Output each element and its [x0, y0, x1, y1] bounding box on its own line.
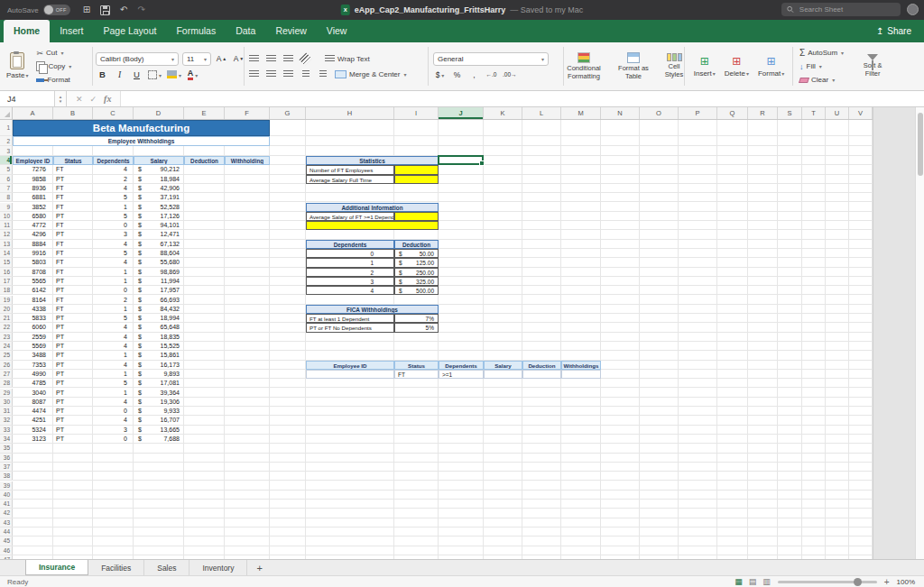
statistics-value-1[interactable] [394, 165, 439, 174]
additional-info-value-2[interactable] [306, 221, 439, 230]
row-header-45[interactable]: 45 [0, 537, 13, 545]
cell-B10[interactable]: PT [53, 212, 93, 221]
cell-B28[interactable]: PT [53, 379, 93, 388]
cell-D25[interactable]: $15,861 [134, 351, 184, 360]
statistics-label-1[interactable]: Number of FT Employees [306, 165, 394, 174]
row-header-14[interactable]: 14 [0, 249, 13, 257]
zoom-slider[interactable] [778, 581, 877, 583]
align-right-button[interactable] [282, 68, 295, 80]
row-header-15[interactable]: 15 [0, 258, 13, 266]
query-header-M26[interactable]: Withholdings [561, 361, 601, 370]
row-header-9[interactable]: 9 [0, 203, 13, 211]
criteria-cell-I27[interactable]: FT [394, 370, 439, 379]
row-header-35[interactable]: 35 [0, 444, 13, 452]
cell-B12[interactable]: PT [53, 230, 93, 239]
cell-B25[interactable]: PT [53, 351, 93, 360]
cell-C22[interactable]: 4 [93, 323, 134, 332]
cell-B13[interactable]: FT [53, 240, 93, 249]
cell-D11[interactable]: $94,101 [134, 221, 184, 230]
row-header-36[interactable]: 36 [0, 454, 13, 462]
row-header-41[interactable]: 41 [0, 500, 13, 508]
row-header-21[interactable]: 21 [0, 314, 13, 322]
enter-icon[interactable]: ✓ [90, 95, 97, 104]
query-header-J26[interactable]: Dependents [439, 361, 484, 370]
col-header-C[interactable]: C [93, 107, 134, 119]
employee-header-F4[interactable]: Withholding [225, 156, 270, 165]
cell-C16[interactable]: 1 [93, 268, 134, 277]
format-cells-button[interactable]: Format [755, 53, 787, 79]
wrap-text-button[interactable]: Wrap Text [323, 53, 372, 65]
conditional-formatting-button[interactable]: Conditional Formatting [559, 50, 609, 82]
cell-C8[interactable]: 5 [93, 193, 134, 202]
col-header-S[interactable]: S [778, 107, 802, 119]
cell-B18[interactable]: PT [53, 286, 93, 295]
save-icon[interactable] [100, 5, 110, 15]
ribbon-tab-home[interactable]: Home [4, 20, 50, 42]
cell-B31[interactable]: PT [53, 407, 93, 416]
cell-B6[interactable]: PT [53, 175, 93, 184]
cell-A13[interactable]: 8884 [13, 240, 53, 249]
deduction-value-4[interactable]: $500.00 [394, 286, 439, 295]
cell-A26[interactable]: 7353 [13, 361, 53, 370]
cell-D26[interactable]: $16,173 [134, 361, 184, 370]
cell-A34[interactable]: 3123 [13, 435, 53, 444]
cell-C11[interactable]: 0 [93, 221, 134, 230]
fica-label-2[interactable]: PT or FT No Dependents [306, 323, 394, 332]
cell-B29[interactable]: PT [53, 389, 93, 398]
row-header-23[interactable]: 23 [0, 333, 13, 341]
cell-B14[interactable]: FT [53, 249, 93, 258]
undo-icon[interactable] [120, 5, 127, 14]
cell-B20[interactable]: FT [53, 305, 93, 314]
cell-B8[interactable]: FT [53, 193, 93, 202]
format-as-table-button[interactable]: Format as Table [613, 50, 654, 82]
cell-D18[interactable]: $17,957 [134, 286, 184, 295]
row-header-1[interactable]: 1 [0, 120, 13, 135]
employee-header-E4[interactable]: Deduction [184, 156, 225, 165]
cell-C14[interactable]: 5 [93, 249, 134, 258]
fica-rate-1[interactable]: 7% [394, 314, 439, 323]
row-header-12[interactable]: 12 [0, 230, 13, 238]
page-layout-view-icon[interactable] [749, 577, 757, 586]
sheet-subtitle[interactable]: Employee Withholdings [13, 136, 270, 146]
cell-D19[interactable]: $66,693 [134, 296, 184, 305]
ribbon-tab-review[interactable]: Review [265, 20, 316, 42]
percent-style-button[interactable]: % [450, 69, 464, 81]
copy-button[interactable]: Copy [34, 60, 73, 72]
delete-cells-button[interactable]: Delete [722, 53, 752, 79]
employee-header-C4[interactable]: Dependents [93, 156, 134, 165]
row-header-25[interactable]: 25 [0, 351, 13, 359]
cell-D14[interactable]: $88,604 [134, 249, 184, 258]
cell-D17[interactable]: $11,994 [134, 277, 184, 286]
cell-D13[interactable]: $67,132 [134, 240, 184, 249]
spreadsheet-grid[interactable]: 1234567891011121314151617181920212223242… [0, 120, 873, 559]
col-header-B[interactable]: B [53, 107, 93, 119]
cell-D7[interactable]: $42,906 [134, 184, 184, 193]
row-header-3[interactable]: 3 [0, 146, 13, 155]
cell-C27[interactable]: 1 [93, 370, 134, 379]
cell-C17[interactable]: 1 [93, 277, 134, 286]
col-header-J[interactable]: J [439, 107, 484, 119]
row-header-26[interactable]: 26 [0, 361, 13, 369]
cell-A6[interactable]: 9858 [13, 175, 53, 184]
row-header-27[interactable]: 27 [0, 370, 13, 378]
cancel-icon[interactable]: ✕ [76, 95, 83, 104]
additional-info-header[interactable]: Additional Information [306, 203, 439, 212]
row-header-46[interactable]: 46 [0, 546, 13, 555]
cell-A7[interactable]: 8936 [13, 184, 53, 193]
row-header-22[interactable]: 22 [0, 323, 13, 331]
deduction-col-header[interactable]: Deduction [394, 240, 439, 249]
employee-header-B4[interactable]: Status [53, 156, 93, 165]
cell-A20[interactable]: 4338 [13, 305, 53, 314]
statistics-value-2[interactable] [394, 175, 439, 184]
cell-B17[interactable]: PT [53, 277, 93, 286]
page-break-view-icon[interactable] [762, 577, 771, 586]
col-header-A[interactable]: A [13, 107, 53, 119]
cell-A14[interactable]: 9916 [13, 249, 53, 258]
font-size-select[interactable]: 11 [182, 52, 211, 66]
sheet-tab-sales[interactable]: Sales [144, 560, 189, 575]
deduction-value-1[interactable]: $125.00 [394, 258, 439, 267]
cell-D12[interactable]: $12,471 [134, 230, 184, 239]
orientation-button[interactable] [299, 52, 312, 65]
cell-C12[interactable]: 3 [93, 230, 134, 239]
cell-A25[interactable]: 3488 [13, 351, 53, 360]
